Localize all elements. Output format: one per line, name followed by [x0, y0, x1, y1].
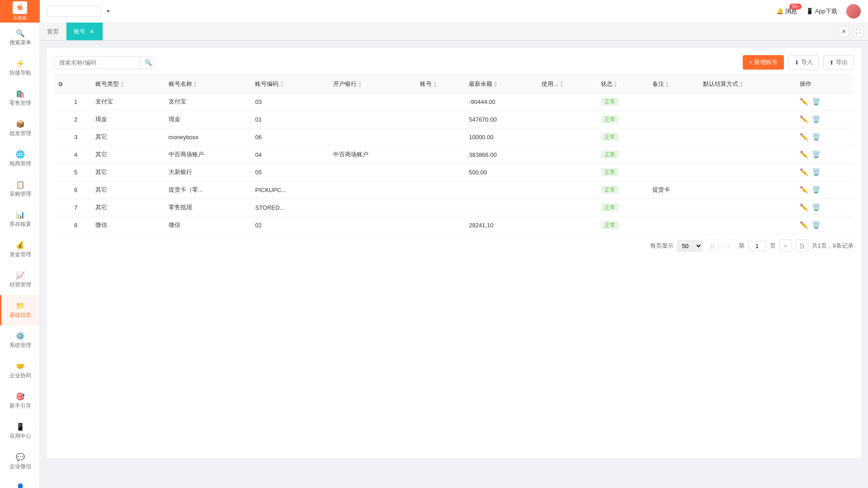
sidebar-item-member[interactable]: 👤畅会员 — [0, 477, 39, 488]
delete-icon-6[interactable]: 🗑️ — [812, 186, 821, 194]
th-status[interactable]: 状态▲▼ — [597, 75, 649, 93]
row-name-6: 提货卡（零... — [165, 181, 252, 199]
row-bank-1 — [330, 93, 416, 111]
row-default-payment-1 — [699, 93, 796, 111]
user-avatar[interactable] — [846, 4, 861, 19]
edit-icon-7[interactable]: ✏️ — [800, 203, 808, 211]
sidebar-item-ecommerce-mgmt[interactable]: 🌐电商管理 — [0, 144, 39, 174]
search-input[interactable] — [55, 56, 140, 69]
edit-icon-8[interactable]: ✏️ — [800, 221, 808, 229]
row-settings-1 — [54, 93, 71, 111]
status-badge-4: 正常 — [601, 150, 619, 159]
sidebar-item-new-guide[interactable]: 🎯新手引导 — [0, 386, 39, 416]
delete-icon-4[interactable]: 🗑️ — [812, 150, 821, 159]
th-remark[interactable]: 备注▲▼ — [649, 75, 699, 93]
delete-icon-3[interactable]: 🗑️ — [812, 133, 821, 141]
search-box: 🔍 — [54, 56, 154, 69]
sidebar-item-operation-mgmt[interactable]: 📈经营管理 — [0, 265, 39, 295]
th-default-payment[interactable]: 默认结算方式▲▼ — [699, 75, 796, 93]
last-page-button[interactable]: ⟩⟩ — [796, 239, 808, 252]
sidebar-item-quick-nav[interactable]: ⚡快捷导航 — [0, 53, 39, 83]
row-type-8: 微信 — [92, 216, 165, 234]
tab-maximize-button[interactable]: ⛶ — [853, 26, 863, 37]
th-type[interactable]: 账号类型▲▼ — [92, 75, 165, 93]
first-page-button[interactable]: ⟨⟨ — [706, 239, 719, 252]
content-card: 🔍 + 新增账号 ⬇ 导入 ⬆ 导出 — [47, 48, 861, 458]
logo-icon-text: 畅 — [17, 4, 23, 12]
row-actions-6: ✏️ 🗑️ — [796, 181, 854, 199]
page-number-input[interactable] — [748, 241, 766, 251]
tab-account[interactable]: 账号 ✕ — [66, 23, 103, 40]
delete-icon-5[interactable]: 🗑️ — [812, 168, 821, 176]
app-download-button[interactable]: 📱 App下载 — [806, 7, 837, 15]
topbar-dropdown[interactable]: ▾ — [107, 8, 110, 14]
sidebar-icon-capital-mgmt: 💰 — [16, 241, 25, 249]
next-page-button[interactable]: ＞ — [779, 239, 792, 252]
topbar-search-input[interactable] — [47, 6, 101, 17]
sidebar-item-basic-info[interactable]: 📁基础信息 — [0, 295, 39, 325]
th-code[interactable]: 账号编码▲▼ — [251, 75, 330, 93]
sidebar-icon-inventory-calc: 📊 — [16, 211, 25, 219]
add-account-button[interactable]: + 新增账号 — [743, 55, 784, 70]
row-name-8: 微信 — [165, 216, 252, 234]
sidebar-icon-retail-mgmt: 🛍️ — [16, 89, 25, 98]
page-size-select[interactable]: 50 20 100 — [677, 240, 703, 252]
row-actions-3: ✏️ 🗑️ — [796, 128, 854, 146]
th-balance[interactable]: 最新余额▲▼ — [465, 75, 538, 93]
delete-icon-2[interactable]: 🗑️ — [812, 115, 821, 123]
row-remark-7 — [649, 199, 699, 216]
edit-icon-2[interactable]: ✏️ — [800, 115, 808, 123]
row-balance-5: 500.00 — [465, 164, 538, 181]
th-name[interactable]: 账号名称▲▼ — [165, 75, 252, 93]
th-usage[interactable]: 使用...▲▼ — [538, 75, 597, 93]
page-content: 🔍 + 新增账号 ⬇ 导入 ⬆ 导出 — [40, 41, 868, 488]
export-button[interactable]: ⬆ 导出 — [823, 55, 854, 70]
sidebar-item-app-center[interactable]: 📱应用中心 — [0, 416, 39, 446]
row-remark-2 — [649, 111, 699, 128]
status-badge-8: 正常 — [601, 221, 619, 229]
search-button[interactable]: 🔍 — [140, 56, 154, 69]
edit-icon-1[interactable]: ✏️ — [800, 98, 808, 106]
sidebar-item-search-menu[interactable]: 🔍搜索菜单 — [0, 23, 39, 53]
sidebar-item-purchase-mgmt[interactable]: 📋采购管理 — [0, 174, 39, 204]
edit-icon-6[interactable]: ✏️ — [800, 186, 808, 194]
sidebar-item-inventory-calc[interactable]: 📊库存核算 — [0, 204, 39, 235]
table-row: 5 其它 大新银行 05 500.00 正常 ✏️ 🗑️ — [54, 164, 854, 181]
tab-close-button[interactable]: ✕ — [838, 26, 849, 37]
sidebar-item-retail-mgmt[interactable]: 🛍️零售管理 — [0, 83, 39, 113]
sidebar-label-enterprise-wechat: 企业微信 — [9, 463, 31, 470]
sidebar-item-wholesale-mgmt[interactable]: 📦批发管理 — [0, 113, 39, 144]
row-index-2: 2 — [71, 111, 92, 128]
th-bank[interactable]: 开户银行▲▼ — [330, 75, 416, 93]
sidebar-item-system-mgmt[interactable]: ⚙️系统管理 — [0, 325, 39, 356]
th-account[interactable]: 账号▲▼ — [416, 75, 465, 93]
row-name-2: 现金 — [165, 111, 252, 128]
topbar-right: 🔔 消息 99+ 📱 App下载 — [776, 4, 861, 19]
sidebar-item-enterprise-agreement[interactable]: 🤝企业协同 — [0, 356, 39, 386]
tab-actions: ✕ ⛶ — [838, 26, 868, 37]
tab-account-close[interactable]: ✕ — [88, 28, 95, 35]
tab-home[interactable]: 首页 — [40, 23, 66, 40]
row-type-2: 现金 — [92, 111, 165, 128]
sidebar-item-capital-mgmt[interactable]: 💰资金管理 — [0, 235, 39, 265]
delete-icon-8[interactable]: 🗑️ — [812, 221, 821, 229]
row-bank-6 — [330, 181, 416, 199]
main-area: ▾ 🔔 消息 99+ 📱 App下载 首页 账号 ✕ ✕ ⛶ — [40, 0, 868, 488]
th-settings[interactable]: ⚙ — [54, 75, 71, 93]
page-label: 第 — [739, 242, 745, 250]
row-status-7: 正常 — [597, 199, 649, 216]
row-index-7: 7 — [71, 199, 92, 216]
sidebar-label-wholesale-mgmt: 批发管理 — [9, 130, 31, 137]
row-settings-4 — [54, 146, 71, 164]
import-button[interactable]: ⬇ 导入 — [788, 55, 819, 70]
prev-page-button[interactable]: ＜ — [722, 239, 735, 252]
message-button[interactable]: 🔔 消息 99+ — [776, 7, 797, 15]
row-name-1: 支付宝 — [165, 93, 252, 111]
sidebar-item-enterprise-wechat[interactable]: 💬企业微信 — [0, 446, 39, 477]
delete-icon-7[interactable]: 🗑️ — [812, 203, 821, 211]
edit-icon-3[interactable]: ✏️ — [800, 133, 808, 141]
edit-icon-4[interactable]: ✏️ — [800, 150, 808, 159]
delete-icon-1[interactable]: 🗑️ — [812, 98, 821, 106]
status-badge-5: 正常 — [601, 168, 619, 176]
edit-icon-5[interactable]: ✏️ — [800, 168, 808, 176]
